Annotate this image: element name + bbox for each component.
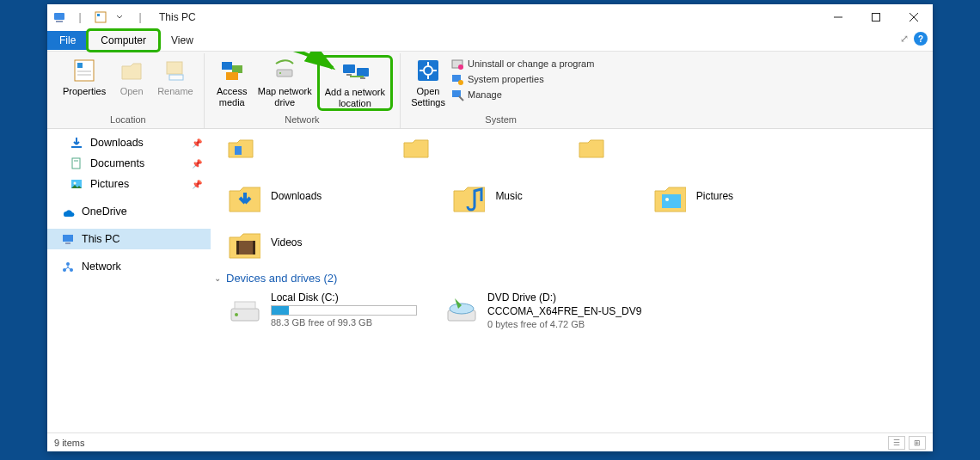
pc-icon: [61, 232, 75, 246]
svg-rect-0: [54, 13, 64, 20]
properties-button[interactable]: Properties: [59, 55, 109, 99]
folder-label: Music: [495, 190, 522, 202]
help-icon[interactable]: ?: [914, 32, 928, 46]
drive-d[interactable]: DVD Drive (D:) CCCOMA_X64FRE_EN-US_DV9 0…: [443, 291, 641, 329]
svg-rect-17: [277, 70, 292, 77]
folder-downloads[interactable]: Downloads: [226, 179, 322, 213]
drive-name: Local Disk (C:): [271, 291, 417, 304]
svg-point-47: [665, 198, 669, 201]
svg-rect-48: [236, 241, 255, 255]
svg-rect-12: [167, 62, 182, 74]
nav-documents[interactable]: Documents📌: [47, 153, 211, 174]
svg-rect-3: [97, 14, 100, 16]
svg-rect-36: [72, 158, 80, 169]
svg-rect-40: [63, 235, 73, 242]
ribbon-tabs: File Computer View ⤢ ?: [47, 30, 933, 52]
svg-rect-1: [56, 21, 63, 22]
music-folder-icon: [450, 179, 485, 213]
svg-point-18: [279, 72, 281, 74]
folder-pictures[interactable]: Pictures: [652, 179, 733, 213]
status-bar: 9 items ☰ ⊞: [47, 432, 933, 451]
drive-c[interactable]: Local Disk (C:) 88.3 GB free of 99.3 GB: [226, 291, 417, 329]
main-view: Downloads Music Pictures Videos ⌄: [211, 129, 933, 432]
access-media-button[interactable]: Access media: [211, 55, 253, 109]
folder-icon: [577, 134, 606, 163]
drive-free: 0 bytes free of 4.72 GB: [487, 319, 641, 329]
section-devices-drives[interactable]: ⌄ Devices and drives (2): [214, 272, 924, 285]
pc-icon: [52, 10, 66, 24]
collapse-ribbon-icon[interactable]: ⤢: [900, 33, 909, 45]
svg-rect-46: [662, 194, 681, 208]
separator: |: [133, 10, 147, 24]
open-button: Open: [111, 55, 152, 99]
svg-rect-9: [77, 63, 83, 68]
view-large-icons-button[interactable]: ⊞: [909, 436, 926, 450]
ribbon-group-location: Properties Open Rename Location: [52, 53, 205, 128]
manage-icon: [450, 88, 464, 101]
tab-file[interactable]: File: [47, 31, 88, 50]
svg-rect-22: [360, 77, 365, 79]
nav-thispc[interactable]: This PC: [47, 229, 211, 249]
tab-view[interactable]: View: [159, 31, 205, 50]
window-title: This PC: [159, 11, 196, 23]
drive-free: 88.3 GB free of 99.3 GB: [271, 317, 417, 328]
svg-rect-13: [169, 75, 183, 80]
folder-music[interactable]: Music: [450, 179, 522, 213]
nav-network[interactable]: Network: [47, 256, 211, 277]
folder-item[interactable]: [226, 134, 255, 163]
svg-point-39: [74, 182, 77, 185]
svg-rect-53: [235, 302, 255, 309]
map-network-drive-button[interactable]: Map network drive: [254, 55, 315, 109]
svg-point-55: [450, 304, 474, 314]
tab-computer[interactable]: Computer: [88, 30, 159, 51]
folder-item[interactable]: [577, 134, 606, 163]
nav-onedrive[interactable]: OneDrive: [47, 201, 211, 222]
system-properties-button[interactable]: System properties: [450, 72, 594, 86]
folder-item[interactable]: [401, 134, 431, 163]
svg-rect-35: [71, 146, 82, 148]
open-settings-button[interactable]: Open Settings: [407, 55, 449, 109]
titlebar: | | This PC: [47, 4, 933, 30]
videos-folder-icon: [226, 225, 260, 260]
folder-label: Downloads: [271, 190, 322, 202]
close-button[interactable]: [895, 4, 933, 30]
hdd-icon: [226, 291, 260, 326]
nav-downloads[interactable]: Downloads📌: [47, 132, 211, 153]
downloads-folder-icon: [226, 179, 260, 213]
explorer-window: | | This PC File Computer View ⤢ ? Prope…: [47, 4, 933, 451]
dvd-icon: [443, 291, 477, 326]
uninstall-program-button[interactable]: Uninstall or change a program: [450, 57, 594, 71]
folder-icon: [226, 134, 255, 163]
svg-rect-49: [236, 241, 239, 255]
qat-dropdown-icon[interactable]: [113, 10, 126, 24]
manage-button[interactable]: Manage: [450, 88, 594, 101]
onedrive-icon: [61, 205, 75, 218]
rename-button: Rename: [154, 55, 197, 99]
downloads-icon: [70, 136, 83, 150]
nav-pictures[interactable]: Pictures📌: [47, 174, 211, 194]
svg-rect-15: [232, 65, 242, 73]
folder-label: Pictures: [696, 190, 733, 202]
svg-point-52: [235, 313, 238, 316]
add-network-location-button[interactable]: Add a network location: [317, 55, 393, 111]
ribbon-group-network: Access media Map network drive Add a net…: [205, 53, 401, 128]
navigation-pane: Downloads📌 Documents📌 Pictures📌 OneDrive…: [47, 129, 211, 432]
svg-point-33: [458, 80, 463, 85]
drive-label: CCCOMA_X64FRE_EN-US_DV9: [487, 305, 641, 317]
view-details-button[interactable]: ☰: [888, 436, 905, 450]
qat-properties-icon[interactable]: [94, 10, 107, 24]
folder-videos[interactable]: Videos: [226, 225, 302, 260]
uninstall-icon: [450, 57, 464, 71]
pin-icon: 📌: [192, 180, 202, 189]
minimize-button[interactable]: [819, 4, 857, 30]
svg-rect-21: [357, 68, 369, 77]
svg-point-31: [458, 64, 463, 70]
svg-rect-16: [226, 72, 238, 80]
folder-icon: [401, 134, 431, 163]
ribbon: Properties Open Rename Location Access m…: [47, 52, 933, 129]
separator: |: [73, 10, 87, 24]
svg-rect-50: [253, 241, 255, 255]
maximize-button[interactable]: [857, 4, 895, 30]
pictures-folder-icon: [652, 179, 686, 213]
pin-icon: 📌: [192, 159, 202, 169]
